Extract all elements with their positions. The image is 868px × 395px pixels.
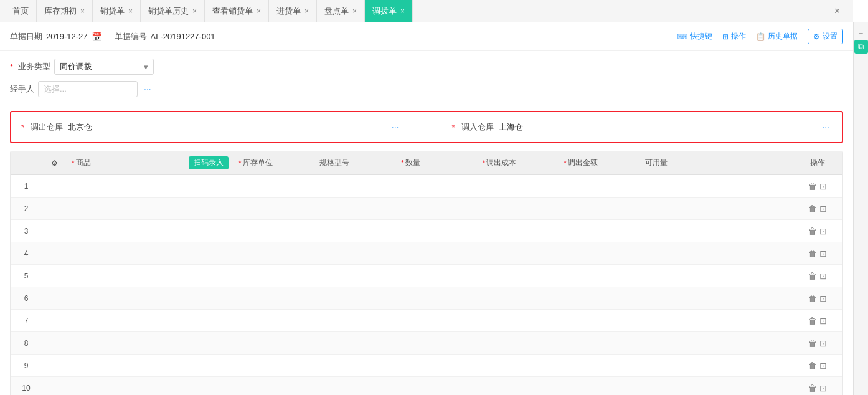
- tab-sales-history[interactable]: 销货单历史 ×: [141, 0, 205, 22]
- sidebar-expand-icon[interactable]: ⧉: [854, 40, 868, 54]
- td-product[interactable]: [67, 355, 184, 376]
- td-qty[interactable]: [396, 310, 478, 331]
- business-type-select[interactable]: 同价调拨 ▾: [54, 59, 154, 75]
- td-unit[interactable]: [234, 377, 315, 395]
- td-product[interactable]: [67, 332, 184, 354]
- td-amount[interactable]: [559, 355, 640, 376]
- delete-icon[interactable]: 🗑: [808, 316, 817, 326]
- tab-close-icon[interactable]: ×: [257, 7, 261, 16]
- td-cost[interactable]: [478, 175, 559, 197]
- td-qty[interactable]: [396, 265, 478, 287]
- td-unit[interactable]: [234, 220, 315, 242]
- window-close-button[interactable]: ×: [826, 0, 848, 22]
- copy-icon[interactable]: ⊡: [819, 226, 827, 236]
- tab-inventory[interactable]: 盘点单 ×: [317, 0, 365, 22]
- warehouse-in-more-button[interactable]: ···: [819, 122, 832, 132]
- tab-close-icon[interactable]: ×: [80, 7, 85, 16]
- td-cost[interactable]: [478, 220, 559, 242]
- history-button[interactable]: 📋 历史单据: [756, 31, 798, 42]
- td-spec[interactable]: [314, 332, 396, 354]
- td-cost[interactable]: [478, 198, 559, 219]
- td-qty[interactable]: [396, 175, 478, 197]
- td-spec[interactable]: [314, 265, 396, 287]
- tab-sales-order[interactable]: 销货单 ×: [93, 0, 141, 22]
- td-unit[interactable]: [234, 355, 315, 376]
- delete-icon[interactable]: 🗑: [808, 271, 817, 281]
- td-spec[interactable]: [314, 310, 396, 331]
- copy-icon[interactable]: ⊡: [819, 249, 827, 259]
- copy-icon[interactable]: ⊡: [819, 181, 827, 191]
- td-product[interactable]: [67, 265, 184, 287]
- operations-button[interactable]: ⊞ 操作: [722, 31, 746, 42]
- td-unit[interactable]: [234, 198, 315, 219]
- th-gear[interactable]: ⚙: [42, 159, 67, 168]
- td-amount[interactable]: [559, 310, 640, 331]
- delete-icon[interactable]: 🗑: [808, 181, 817, 191]
- td-unit[interactable]: [234, 265, 315, 287]
- td-spec[interactable]: [314, 175, 396, 197]
- delete-icon[interactable]: 🗑: [808, 293, 817, 303]
- td-amount[interactable]: [559, 242, 640, 264]
- copy-icon[interactable]: ⊡: [819, 271, 827, 281]
- td-qty[interactable]: [396, 332, 478, 354]
- copy-icon[interactable]: ⊡: [819, 383, 827, 393]
- td-unit[interactable]: [234, 332, 315, 354]
- tab-view-sales[interactable]: 查看销货单 ×: [205, 0, 269, 22]
- td-qty[interactable]: [396, 287, 478, 309]
- td-qty[interactable]: [396, 242, 478, 264]
- td-qty[interactable]: [396, 220, 478, 242]
- copy-icon[interactable]: ⊡: [819, 361, 827, 371]
- td-qty[interactable]: [396, 355, 478, 376]
- tab-purchase[interactable]: 进货单 ×: [269, 0, 317, 22]
- td-amount[interactable]: [559, 198, 640, 219]
- tab-close-icon[interactable]: ×: [352, 7, 357, 16]
- delete-icon[interactable]: 🗑: [808, 361, 817, 371]
- copy-icon[interactable]: ⊡: [819, 293, 827, 303]
- tab-close-icon[interactable]: ×: [128, 7, 133, 16]
- td-amount[interactable]: [559, 377, 640, 395]
- delete-icon[interactable]: 🗑: [808, 383, 817, 393]
- td-cost[interactable]: [478, 265, 559, 287]
- td-spec[interactable]: [314, 242, 396, 264]
- copy-icon[interactable]: ⊡: [819, 338, 827, 348]
- td-qty[interactable]: [396, 198, 478, 219]
- delete-icon[interactable]: 🗑: [808, 204, 817, 214]
- td-product[interactable]: [67, 198, 184, 219]
- copy-icon[interactable]: ⊡: [819, 316, 827, 326]
- td-unit[interactable]: [234, 175, 315, 197]
- td-spec[interactable]: [314, 220, 396, 242]
- td-amount[interactable]: [559, 220, 640, 242]
- td-cost[interactable]: [478, 287, 559, 309]
- td-spec[interactable]: [314, 287, 396, 309]
- td-amount[interactable]: [559, 332, 640, 354]
- td-amount[interactable]: [559, 175, 640, 197]
- td-spec[interactable]: [314, 377, 396, 395]
- shortcuts-button[interactable]: ⌨ 快捷键: [677, 31, 712, 42]
- copy-icon[interactable]: ⊡: [819, 204, 827, 214]
- td-cost[interactable]: [478, 310, 559, 331]
- td-product[interactable]: [67, 220, 184, 242]
- td-unit[interactable]: [234, 287, 315, 309]
- td-spec[interactable]: [314, 198, 396, 219]
- td-product[interactable]: [67, 175, 184, 197]
- td-amount[interactable]: [559, 287, 640, 309]
- delete-icon[interactable]: 🗑: [808, 226, 817, 236]
- tab-home[interactable]: 首页: [5, 0, 37, 22]
- tab-transfer[interactable]: 调拨单 ×: [365, 0, 413, 22]
- td-product[interactable]: [67, 310, 184, 331]
- td-product[interactable]: [67, 377, 184, 395]
- handler-select[interactable]: 选择...: [38, 81, 138, 97]
- settings-button[interactable]: ⚙ 设置: [808, 29, 843, 44]
- delete-icon[interactable]: 🗑: [808, 249, 817, 259]
- tab-stock-init[interactable]: 库存期初 ×: [37, 0, 93, 22]
- tab-close-icon[interactable]: ×: [304, 7, 309, 16]
- scan-button[interactable]: 扫码录入: [189, 156, 229, 169]
- td-product[interactable]: [67, 287, 184, 309]
- tab-close-icon[interactable]: ×: [192, 7, 197, 16]
- sidebar-list-icon[interactable]: ≡: [854, 25, 868, 39]
- td-cost[interactable]: [478, 377, 559, 395]
- delete-icon[interactable]: 🗑: [808, 338, 817, 348]
- calendar-icon[interactable]: 📅: [92, 32, 102, 42]
- td-cost[interactable]: [478, 332, 559, 354]
- handler-more-button[interactable]: ···: [141, 84, 154, 94]
